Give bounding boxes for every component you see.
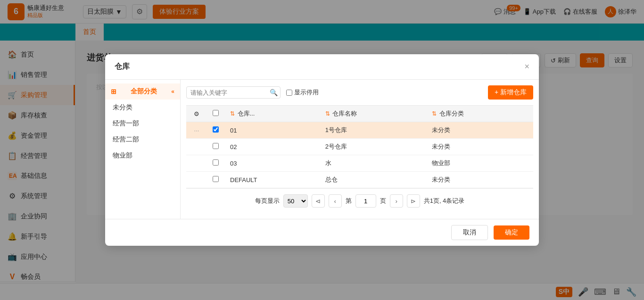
search-box: 🔍 — [186, 86, 281, 99]
table-row[interactable]: DEFAULT 总仓 未分类 — [186, 172, 533, 188]
sort-name-icon: ⇅ — [325, 110, 330, 117]
row-no: DEFAULT — [224, 172, 320, 188]
row-actions: ··· — [186, 122, 207, 139]
search-input[interactable] — [190, 89, 270, 96]
modal-body: ⊞ 全部分类 « 未分类 经营一部 经营二部 物业部 — [105, 80, 539, 219]
th-gear: ⚙ — [186, 106, 207, 122]
th-code-label: 仓库... — [238, 110, 255, 117]
row-no: 02 — [224, 139, 320, 155]
category-item-property[interactable]: 物业部 — [105, 148, 180, 164]
modal-overlay[interactable]: 仓库 × ⊞ 全部分类 « 未分类 经营一部 经营二部 — [0, 0, 644, 300]
th-category-label: 仓库分类 — [439, 110, 464, 117]
row-no: 03 — [224, 155, 320, 172]
table-row[interactable]: 02 2号仓库 未分类 — [186, 139, 533, 155]
gear-th-icon[interactable]: ⚙ — [194, 110, 199, 117]
grid-icon: ⊞ — [111, 88, 116, 95]
warehouse-table: ⚙ ⇅ 仓库... ⇅ 仓库名称 — [186, 105, 533, 188]
show-disabled-text: 显示停用 — [294, 88, 319, 97]
row-actions — [186, 155, 207, 172]
th-name-label: 仓库名称 — [332, 110, 357, 117]
cancel-button[interactable]: 取消 — [451, 225, 488, 240]
warehouse-modal: 仓库 × ⊞ 全部分类 « 未分类 经营一部 经营二部 — [105, 54, 539, 246]
th-name: ⇅ 仓库名称 — [320, 106, 427, 122]
row-checkbox-cell[interactable] — [207, 172, 224, 188]
all-categories-item[interactable]: ⊞ 全部分类 « — [105, 83, 180, 100]
modal-header: 仓库 × — [105, 54, 539, 80]
row-checkbox-cell[interactable] — [207, 155, 224, 172]
page-prefix-label: 第 — [346, 197, 352, 205]
all-categories-label: 全部分类 — [131, 87, 157, 96]
row-actions — [186, 139, 207, 155]
show-disabled-checkbox[interactable] — [286, 90, 292, 96]
per-page-label: 每页显示 — [255, 197, 280, 205]
pagination: 每页显示 50 100 ⊲ ‹ 第 页 › ⊳ 共1页, 4条记录 — [186, 188, 533, 213]
row-category: 未分类 — [426, 172, 533, 188]
modal-close-button[interactable]: × — [524, 62, 529, 72]
table-toolbar: 🔍 显示停用 + 新增仓库 — [186, 85, 533, 100]
table-body: ··· 01 1号仓库 未分类 02 2号仓库 未分类 03 水 物业部 DEF… — [186, 122, 533, 188]
row-checkbox[interactable] — [213, 143, 219, 149]
row-name: 水 — [320, 155, 427, 172]
row-no: 01 — [224, 122, 320, 139]
row-category: 未分类 — [426, 122, 533, 139]
sort-cat-icon: ⇅ — [432, 110, 437, 117]
th-code: ⇅ 仓库... — [224, 106, 320, 122]
last-page-button[interactable]: ⊳ — [407, 194, 420, 208]
next-page-button[interactable]: › — [390, 194, 403, 208]
row-checkbox-cell[interactable] — [207, 139, 224, 155]
category-label-2: 经营二部 — [113, 135, 139, 143]
modal-title: 仓库 — [115, 62, 130, 72]
table-row[interactable]: ··· 01 1号仓库 未分类 — [186, 122, 533, 139]
total-label: 共1页, 4条记录 — [424, 197, 465, 205]
page-suffix-label: 页 — [380, 197, 386, 205]
search-icon[interactable]: 🔍 — [270, 89, 278, 96]
select-all-checkbox[interactable] — [213, 110, 219, 116]
row-name: 1号仓库 — [320, 122, 427, 139]
row-category: 物业部 — [426, 155, 533, 172]
category-item-dept1[interactable]: 经营一部 — [105, 116, 180, 132]
category-item-unclassified[interactable]: 未分类 — [105, 100, 180, 116]
th-check — [207, 106, 224, 122]
first-page-button[interactable]: ⊲ — [312, 194, 325, 208]
new-warehouse-button[interactable]: + 新增仓库 — [488, 85, 533, 100]
category-label-3: 物业部 — [113, 151, 132, 159]
confirm-button[interactable]: 确定 — [494, 225, 529, 240]
row-name: 总仓 — [320, 172, 427, 188]
sort-code-icon: ⇅ — [230, 110, 235, 117]
row-category: 未分类 — [426, 139, 533, 155]
modal-footer: 取消 确定 — [105, 219, 539, 246]
per-page-select[interactable]: 50 100 — [283, 194, 308, 208]
category-sidebar: ⊞ 全部分类 « 未分类 经营一部 经营二部 物业部 — [105, 80, 181, 219]
category-label-0: 未分类 — [113, 103, 132, 111]
row-checkbox[interactable] — [213, 126, 219, 133]
category-label-1: 经营一部 — [113, 119, 139, 127]
category-item-dept2[interactable]: 经营二部 — [105, 132, 180, 148]
collapse-icon[interactable]: « — [171, 88, 174, 95]
th-category: ⇅ 仓库分类 — [426, 106, 533, 122]
row-checkbox-cell[interactable] — [207, 122, 224, 139]
row-name: 2号仓库 — [320, 139, 427, 155]
row-checkbox[interactable] — [213, 159, 219, 166]
table-header-row: ⚙ ⇅ 仓库... ⇅ 仓库名称 — [186, 106, 533, 122]
row-checkbox[interactable] — [213, 176, 219, 182]
table-row[interactable]: 03 水 物业部 — [186, 155, 533, 172]
table-area: 🔍 显示停用 + 新增仓库 ⚙ — [181, 80, 539, 219]
page-input[interactable] — [355, 194, 376, 208]
show-disabled-label[interactable]: 显示停用 — [286, 88, 319, 97]
prev-page-button[interactable]: ‹ — [329, 194, 342, 208]
row-actions — [186, 172, 207, 188]
